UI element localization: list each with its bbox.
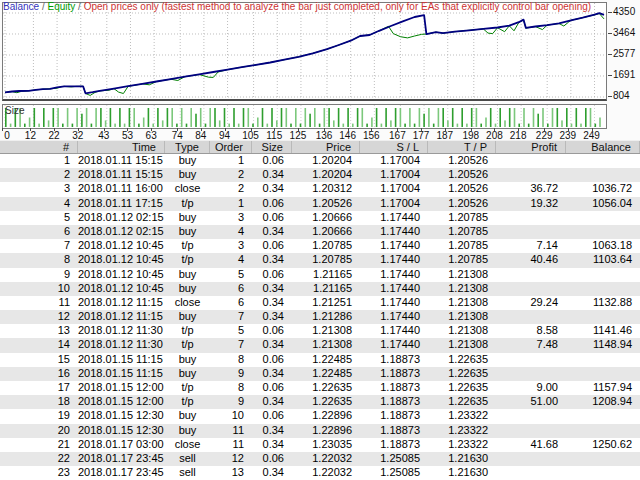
cell-tp: 1.22635 xyxy=(428,395,496,409)
cell-price: 1.21251 xyxy=(292,296,360,310)
size-histogram xyxy=(3,105,606,128)
table-row[interactable]: 152018.01.15 11:15buy80.061.224851.18873… xyxy=(0,353,640,367)
size-bar xyxy=(366,124,368,127)
cell-profit xyxy=(496,225,566,239)
table-row[interactable]: 82018.01.12 10:45t/p40.341.207851.174401… xyxy=(0,253,640,267)
cell-sl: 1.17004 xyxy=(360,197,428,211)
table-row[interactable]: 142018.01.12 11:30t/p70.341.213081.17440… xyxy=(0,338,640,352)
cell-num: 21 xyxy=(0,438,78,452)
cell-balance xyxy=(566,452,640,466)
size-bar xyxy=(362,108,364,127)
cell-num: 2 xyxy=(0,168,78,182)
cell-profit xyxy=(496,424,566,438)
column-header-size: Size xyxy=(252,141,292,153)
cell-price: 1.20785 xyxy=(292,239,360,253)
table-row[interactable]: 112018.01.12 11:15close60.341.212511.174… xyxy=(0,296,640,310)
size-bar xyxy=(295,108,297,127)
table-row[interactable]: 132018.01.12 11:30t/p50.061.213081.17440… xyxy=(0,324,640,338)
table-row[interactable]: 202018.01.15 12:30buy110.341.228961.1887… xyxy=(0,424,640,438)
table-row[interactable]: 52018.01.12 02:15buy30.061.206661.174401… xyxy=(0,211,640,225)
cell-time: 2018.01.15 12:00 xyxy=(78,395,165,409)
column-header-time: Time xyxy=(78,141,165,153)
table-row[interactable]: 182018.01.15 12:00t/p90.341.226351.18873… xyxy=(0,395,640,409)
size-bar xyxy=(395,108,397,127)
size-bar xyxy=(537,114,539,127)
cell-num: 23 xyxy=(0,466,78,480)
cell-sl: 1.25085 xyxy=(360,452,428,466)
cell-balance xyxy=(566,282,640,296)
cell-tp: 1.21308 xyxy=(428,324,496,338)
size-bar xyxy=(566,108,568,127)
cell-size: 0.34 xyxy=(252,338,292,352)
size-panel-label: Size xyxy=(5,105,24,116)
size-bar xyxy=(305,108,307,127)
size-bar xyxy=(314,108,316,127)
cell-profit: 29.24 xyxy=(496,296,566,310)
legend-mode-note: Open prices only (fastest method to anal… xyxy=(84,1,592,12)
size-bar xyxy=(129,108,131,127)
size-bar xyxy=(442,108,444,127)
cell-sl: 1.17440 xyxy=(360,253,428,267)
cell-time: 2018.01.12 02:15 xyxy=(78,211,165,225)
cell-order: 9 xyxy=(210,367,252,381)
size-bar xyxy=(557,108,559,127)
cell-sl: 1.18873 xyxy=(360,409,428,423)
size-bar xyxy=(343,124,345,127)
cell-size: 0.06 xyxy=(252,239,292,253)
size-bar xyxy=(133,108,135,127)
cell-size: 0.34 xyxy=(252,168,292,182)
size-bar xyxy=(595,124,597,127)
size-bar xyxy=(81,114,83,127)
size-bar xyxy=(119,108,121,127)
table-row[interactable]: 12018.01.11 15:15buy10.061.202041.170041… xyxy=(0,154,640,168)
table-row[interactable]: 72018.01.12 10:45t/p30.061.207851.174401… xyxy=(0,239,640,253)
table-row[interactable]: 172018.01.15 12:00t/p80.061.226351.18873… xyxy=(0,381,640,395)
cell-profit: 36.72 xyxy=(496,182,566,196)
x-axis-tick xyxy=(2,128,3,131)
cell-time: 2018.01.12 11:30 xyxy=(78,338,165,352)
table-row[interactable]: 212018.01.17 03:00close110.341.230351.18… xyxy=(0,438,640,452)
table-row[interactable]: 42018.01.11 17:15t/p10.061.205261.170041… xyxy=(0,197,640,211)
table-row[interactable]: 122018.01.12 11:15buy70.341.212861.17440… xyxy=(0,310,640,324)
cell-time: 2018.01.11 15:15 xyxy=(78,168,165,182)
cell-num: 13 xyxy=(0,324,78,338)
size-bar xyxy=(300,124,302,127)
cell-time: 2018.01.15 12:00 xyxy=(78,381,165,395)
table-row[interactable]: 62018.01.12 02:15buy40.341.206661.174401… xyxy=(0,225,640,239)
table-row[interactable]: 222018.01.17 23:45sell120.061.220321.250… xyxy=(0,452,640,466)
table-row[interactable]: 102018.01.12 10:45buy60.341.211651.17440… xyxy=(0,282,640,296)
cell-order: 13 xyxy=(210,466,252,480)
cell-balance xyxy=(566,268,640,282)
cell-time: 2018.01.11 15:15 xyxy=(78,154,165,168)
table-row[interactable]: 92018.01.12 10:45buy50.061.211651.174401… xyxy=(0,268,640,282)
cell-profit xyxy=(496,310,566,324)
cell-price: 1.22635 xyxy=(292,395,360,409)
size-bar xyxy=(181,108,183,127)
table-row[interactable]: 232018.01.17 23:45sell130.341.220321.250… xyxy=(0,466,640,480)
size-bar xyxy=(433,124,435,127)
cell-tp: 1.20785 xyxy=(428,239,496,253)
cell-num: 11 xyxy=(0,296,78,310)
table-header-row: #TimeTypeOrderSizePriceS / LT / PProfitB… xyxy=(0,140,640,154)
cell-type: sell xyxy=(165,466,210,480)
table-row[interactable]: 162018.01.15 11:15buy90.341.224851.18873… xyxy=(0,367,640,381)
size-bar xyxy=(57,108,59,127)
cell-profit xyxy=(496,353,566,367)
size-bar xyxy=(309,114,311,127)
cell-price: 1.22896 xyxy=(292,424,360,438)
cell-type: t/p xyxy=(165,395,210,409)
cell-sl: 1.18873 xyxy=(360,381,428,395)
table-row[interactable]: 32018.01.11 16:00close20.341.203121.1700… xyxy=(0,182,640,196)
cell-sl: 1.17440 xyxy=(360,324,428,338)
cell-time: 2018.01.12 11:15 xyxy=(78,296,165,310)
size-bar xyxy=(585,108,587,127)
table-row[interactable]: 22018.01.11 15:15buy20.341.202041.170041… xyxy=(0,168,640,182)
size-bar xyxy=(248,108,250,127)
column-header-balance: Balance xyxy=(566,141,640,153)
size-bar xyxy=(490,108,492,127)
cell-size: 0.06 xyxy=(252,381,292,395)
table-row[interactable]: 192018.01.15 12:30buy100.061.228961.1887… xyxy=(0,409,640,423)
column-header-num: # xyxy=(0,141,78,153)
size-bar xyxy=(24,124,26,127)
size-bar xyxy=(48,120,50,127)
